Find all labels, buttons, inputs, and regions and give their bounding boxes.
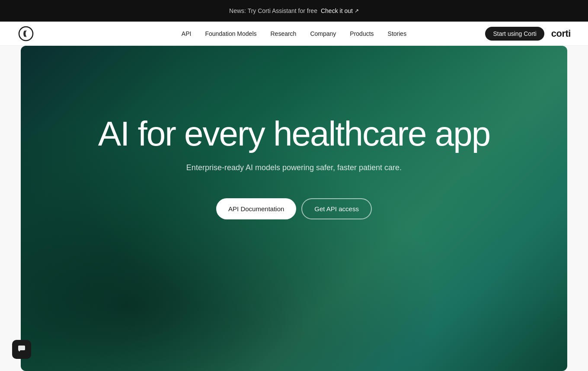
corti-logo-icon[interactable] [17, 25, 35, 42]
nav-link-research[interactable]: Research [270, 30, 296, 37]
chat-icon [17, 344, 26, 355]
navbar: API Foundation Models Research Company P… [0, 22, 588, 46]
external-link-icon: ↗ [355, 8, 359, 14]
corti-brand-name: corti [551, 28, 571, 39]
announcement-cta[interactable]: Check it out ↗ [321, 7, 359, 14]
announcement-text: News: Try Corti Assistant for free [229, 7, 317, 14]
get-api-access-button[interactable]: Get API access [301, 198, 372, 219]
navbar-right: Start using Corti corti [485, 27, 571, 41]
svg-point-0 [19, 27, 33, 41]
hero-buttons: API Documentation Get API access [216, 198, 372, 219]
start-using-button[interactable]: Start using Corti [485, 27, 544, 41]
nav-link-products[interactable]: Products [350, 30, 374, 37]
api-docs-button[interactable]: API Documentation [216, 198, 296, 219]
chat-widget[interactable] [12, 340, 31, 359]
hero-section: AI for every healthcare app Enterprise-r… [21, 46, 567, 371]
hero-content: AI for every healthcare app Enterprise-r… [98, 115, 490, 219]
nav-link-stories[interactable]: Stories [388, 30, 407, 37]
hero-subtitle: Enterprise-ready AI models powering safe… [186, 163, 402, 172]
hero-title: AI for every healthcare app [98, 115, 490, 153]
hero-wrapper: AI for every healthcare app Enterprise-r… [0, 46, 588, 371]
svg-rect-1 [18, 346, 25, 350]
nav-link-company[interactable]: Company [310, 30, 336, 37]
navbar-left [17, 25, 35, 42]
navbar-center: API Foundation Models Research Company P… [182, 30, 406, 37]
nav-link-foundation-models[interactable]: Foundation Models [205, 30, 256, 37]
nav-link-api[interactable]: API [182, 30, 192, 37]
announcement-bar: News: Try Corti Assistant for free Check… [0, 0, 588, 22]
